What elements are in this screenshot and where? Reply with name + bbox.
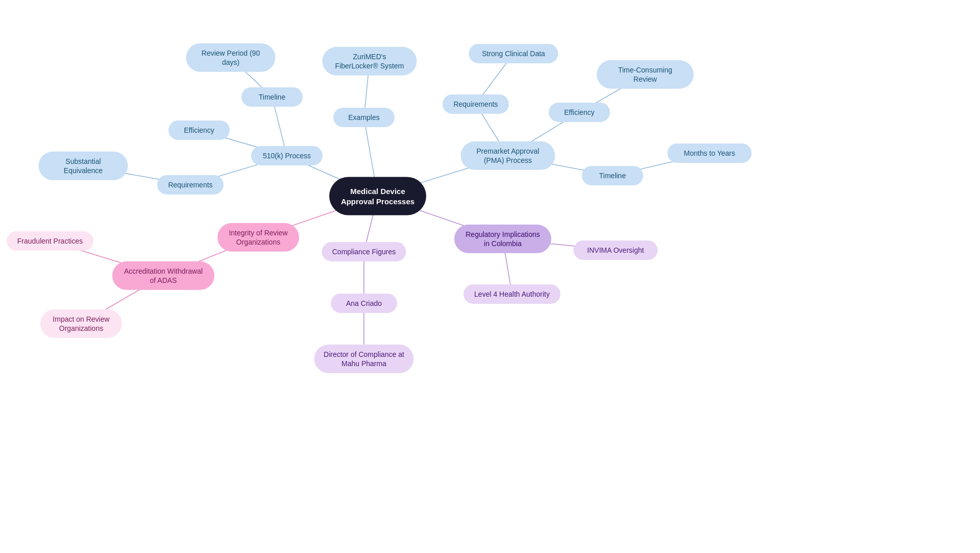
node-months-to-years[interactable]: Months to Years (668, 143, 752, 163)
node-timeline-pma[interactable]: Timeline (582, 166, 643, 185)
node-strong-clinical[interactable]: Strong Clinical Data (469, 44, 558, 63)
node-director[interactable]: Director of Compliance at Mahu Pharma (314, 345, 414, 373)
node-efficiency-510k[interactable]: Efficiency (168, 121, 230, 140)
node-adas[interactable]: Accreditation Withdrawal of ADAS (112, 261, 214, 290)
node-ana-criado[interactable]: Ana Criado (331, 294, 397, 313)
node-510k[interactable]: 510(k) Process (251, 146, 323, 165)
node-examples[interactable]: Examples (333, 108, 395, 127)
node-impact[interactable]: Impact on Review Organizations (40, 309, 122, 338)
node-integrity[interactable]: Integrity of Review Organizations (217, 223, 299, 252)
node-fraudulent[interactable]: Fraudulent Practices (7, 231, 93, 251)
node-pma[interactable]: Premarket Approval (PMA) Process (461, 141, 555, 170)
node-requirements-pma[interactable]: Requirements (443, 94, 509, 114)
node-review-period[interactable]: Review Period (90 days) (186, 43, 276, 72)
node-time-consuming[interactable]: Time-Consuming Review (597, 60, 694, 89)
node-substantial-equivalence[interactable]: Substantial Equivalence (39, 152, 128, 180)
node-zurimed[interactable]: ZuriMED's FiberLocker® System (323, 47, 417, 76)
node-level4[interactable]: Level 4 Health Authority (463, 284, 560, 304)
node-timeline-510k[interactable]: Timeline (241, 87, 303, 107)
node-efficiency-pma[interactable]: Efficiency (549, 103, 610, 122)
node-reg-colombia[interactable]: Regulatory Implications in Colombia (454, 225, 551, 253)
center-label: Medical Device Approval Processes (340, 186, 415, 206)
center-node[interactable]: Medical Device Approval Processes (329, 177, 426, 215)
node-requirements-510k[interactable]: Requirements (157, 175, 224, 195)
node-invima[interactable]: INVIMA Oversight (574, 241, 658, 260)
node-compliance[interactable]: Compliance Figures (322, 242, 406, 261)
